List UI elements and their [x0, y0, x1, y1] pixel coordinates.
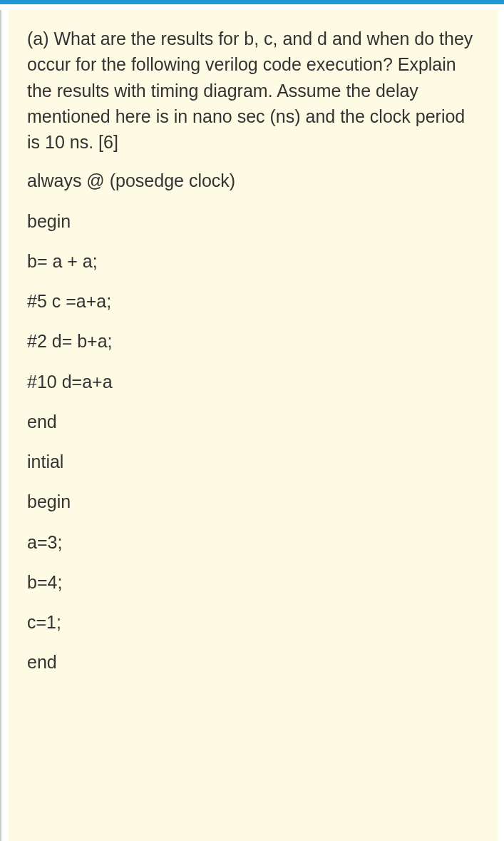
- question-card: (a) What are the results for b, c, and d…: [9, 10, 498, 841]
- code-line: begin: [27, 208, 480, 234]
- code-line: begin: [27, 489, 480, 514]
- top-accent-bar: [0, 0, 504, 4]
- code-line: end: [27, 409, 480, 434]
- question-prompt: (a) What are the results for b, c, and d…: [27, 26, 480, 155]
- code-line: #5 c =a+a;: [27, 288, 480, 314]
- code-line: b=4;: [27, 569, 480, 595]
- code-line: c=1;: [27, 609, 480, 635]
- code-line: b= a + a;: [27, 248, 480, 274]
- code-line: #10 d=a+a: [27, 369, 480, 394]
- content-container: (a) What are the results for b, c, and d…: [0, 10, 504, 841]
- code-line: end: [27, 649, 480, 675]
- code-line: intial: [27, 449, 480, 474]
- code-line: #2 d= b+a;: [27, 328, 480, 354]
- code-line: a=3;: [27, 529, 480, 555]
- code-line: always @ (posedge clock): [27, 168, 480, 193]
